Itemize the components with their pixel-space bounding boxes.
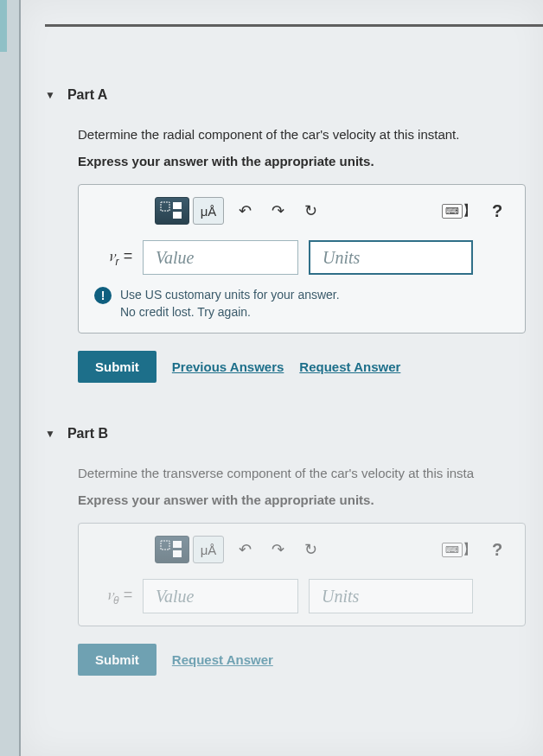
reset-icon: ↻ [304,201,317,220]
units-symbol-button[interactable]: μÅ [193,536,224,563]
part-a-variable: 𝑣r = [94,247,132,268]
part-b-hint: Express your answer with the appropriate… [78,492,543,507]
keyboard-button[interactable]: ⌨】 [442,197,476,225]
part-b-units-input[interactable] [309,579,473,613]
part-a-hint: Express your answer with the appropriate… [78,154,543,168]
keyboard-icon: ⌨ [442,543,463,557]
part-a-header[interactable]: ▼ Part A [45,87,543,103]
part-b: ▼ Part B Determine the transverse compon… [45,426,543,676]
part-a-answerbox: μÅ ↶ ↷ ↻ ⌨】 [78,184,526,334]
collapse-icon: ▼ [45,89,55,101]
submit-button[interactable]: Submit [78,644,157,676]
part-a-input-row: 𝑣r = [94,240,509,275]
part-b-variable: 𝑣θ = [94,586,132,607]
redo-button[interactable]: ↷ [265,197,290,225]
part-b-header[interactable]: ▼ Part B [45,426,543,442]
page-panel: ▼ Part A Determine the radial component … [19,0,543,756]
part-b-title: Part B [67,426,108,442]
content-area: ▼ Part A Determine the radial component … [45,24,543,676]
request-answer-link[interactable]: Request Answer [172,652,273,667]
svg-rect-4 [173,541,182,548]
part-a-actions: Submit Previous Answers Request Answer [78,351,543,383]
svg-rect-1 [173,202,182,209]
part-b-value-input[interactable] [143,579,298,613]
svg-rect-5 [173,550,182,557]
template-icon [160,540,184,559]
submit-button[interactable]: Submit [78,351,157,383]
undo-icon: ↶ [239,201,252,220]
request-answer-link[interactable]: Request Answer [299,359,400,374]
help-button[interactable]: ? [485,536,509,563]
redo-icon: ↷ [272,540,284,559]
undo-icon: ↶ [239,540,252,559]
undo-button[interactable]: ↶ [233,197,257,225]
part-b-answerbox: μÅ ↶ ↷ ↻ ⌨】 [78,523,526,626]
part-a: ▼ Part A Determine the radial component … [45,87,543,383]
svg-rect-2 [173,212,182,219]
redo-button[interactable]: ↷ [265,536,290,563]
part-b-actions: Submit Request Answer [78,644,543,676]
info-icon: ! [94,287,112,304]
feedback-line-2: No credit lost. Try again. [120,304,340,321]
template-icon [160,201,184,220]
template-button[interactable] [155,536,189,563]
part-a-prompt: Determine the radial component of the ca… [78,125,543,143]
help-button[interactable]: ? [485,197,509,225]
undo-button[interactable]: ↶ [233,536,257,563]
help-icon: ? [492,540,502,560]
keyboard-button[interactable]: ⌨】 [442,536,476,563]
part-b-input-row: 𝑣θ = [94,579,509,613]
feedback-line-1: Use US customary units for your answer. [120,287,340,304]
part-a-feedback: ! Use US customary units for your answer… [94,287,509,321]
svg-rect-3 [161,541,169,550]
part-a-title: Part A [67,87,108,103]
part-b-body: Determine the transverse component of th… [45,464,543,676]
redo-icon: ↷ [272,201,284,220]
feedback-text: Use US customary units for your answer. … [120,287,340,321]
units-symbol-button[interactable]: μÅ [193,197,224,225]
reset-icon: ↻ [304,540,317,559]
help-icon: ? [492,201,502,221]
left-accent [0,0,7,52]
svg-rect-0 [161,202,169,211]
part-b-prompt: Determine the transverse component of th… [78,464,543,482]
mu-a-icon: μÅ [201,204,217,219]
keyboard-icon: ⌨ [442,204,463,219]
part-a-value-input[interactable] [143,240,298,275]
reset-button[interactable]: ↻ [298,197,323,225]
part-a-body: Determine the radial component of the ca… [45,125,543,383]
reset-button[interactable]: ↻ [298,536,323,563]
collapse-icon: ▼ [45,428,55,440]
part-a-units-input[interactable] [309,240,473,275]
part-a-toolbar: μÅ ↶ ↷ ↻ ⌨】 [155,197,509,225]
previous-answers-link[interactable]: Previous Answers [172,359,284,374]
part-b-toolbar: μÅ ↶ ↷ ↻ ⌨】 [155,536,509,563]
mu-a-icon: μÅ [201,543,217,557]
template-button[interactable] [155,197,189,225]
